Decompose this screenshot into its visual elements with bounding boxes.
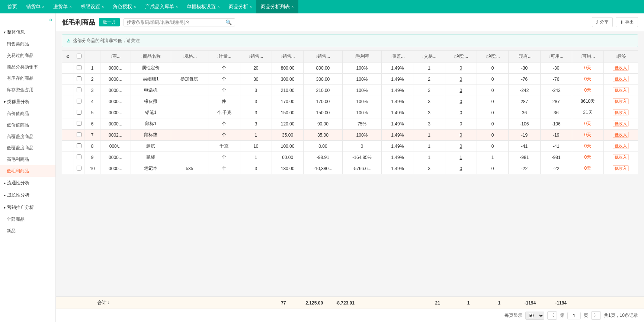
sidebar-item-category-assist[interactable]: 商品分类助销率 (0, 61, 55, 73)
footer-view1: 1 (453, 300, 484, 306)
row-check[interactable] (74, 152, 84, 163)
sidebar-item-traded-products[interactable]: 交易过的商品 (0, 50, 55, 61)
footer-trade: 21 (422, 300, 453, 306)
row-check[interactable] (74, 85, 84, 96)
row-check[interactable] (74, 74, 84, 85)
nav-purchase-order[interactable]: 进货单× (49, 0, 76, 13)
th-tag[interactable]: 标签 (604, 51, 638, 63)
sidebar-item-high-margin[interactable]: 高毛利商品 (0, 154, 55, 165)
th-sales-price[interactable]: 销售... (272, 51, 303, 63)
sidebar-item-all-products[interactable]: 全部商品 (0, 214, 55, 225)
row-available: -30 (540, 63, 572, 74)
row-view2: 1 (477, 152, 509, 163)
th-settings[interactable]: ⚙ (62, 51, 74, 63)
prev-page-button[interactable]: 〈 (547, 311, 557, 320)
sidebar-group-growth[interactable]: ▸成长性分析 (0, 189, 55, 201)
th-trade[interactable]: 交易... (413, 51, 445, 63)
row-gross-margin: 100% (342, 63, 382, 74)
row-sales-profit: 300.00 (304, 74, 342, 85)
row-view1[interactable]: 0 (445, 141, 477, 152)
row-saleable-days: 0天 (572, 63, 603, 74)
row-available: -981 (540, 152, 572, 163)
row-check[interactable] (74, 130, 84, 141)
row-view1[interactable]: 0 (445, 130, 477, 141)
row-available: -76 (540, 74, 572, 85)
next-page-button[interactable]: 〉 (591, 311, 601, 320)
th-name[interactable]: 商品名称 (131, 51, 171, 63)
sidebar-item-low-value[interactable]: 低价值商品 (0, 119, 55, 131)
row-view1[interactable]: 0 (445, 85, 477, 96)
row-check[interactable] (74, 63, 84, 74)
nav-product-warehousing[interactable]: 产成品入库单× (141, 0, 182, 13)
th-view2[interactable]: 浏览... (477, 51, 509, 63)
row-unit: 个 (208, 74, 240, 85)
row-unit: 千克 (208, 141, 240, 152)
th-saleable-days[interactable]: 可销... (572, 51, 603, 63)
nav-role-auth[interactable]: 角色授权× (108, 0, 140, 13)
period-button[interactable]: 近一月 (99, 18, 120, 26)
row-check[interactable] (74, 107, 84, 118)
nav-home[interactable]: 首页 (3, 0, 22, 13)
th-gross-margin[interactable]: 毛利率 (342, 51, 382, 63)
check-all[interactable] (77, 54, 81, 58)
th-sales-profit[interactable]: 销售... (304, 51, 342, 63)
row-sales-profit: 35.00 (304, 130, 342, 141)
per-page-select[interactable]: 50 100 200 (525, 312, 544, 320)
table-header-row: ⚙ 商... 商品名称 规格... 计量... 销售... 销售... 销售..… (62, 51, 638, 63)
nav-product-analysis-list[interactable]: 商品分析列表× (256, 0, 298, 13)
row-sales-price: 800.00 (272, 63, 303, 74)
sidebar-group-cluster[interactable]: ▾类群量分析 (0, 96, 55, 108)
th-current-stock[interactable]: 现有... (509, 51, 540, 63)
row-view1[interactable]: 0 (445, 74, 477, 85)
sidebar-item-high-coverage[interactable]: 高覆盖度商品 (0, 131, 55, 143)
sidebar-item-new-products[interactable]: 新品 (0, 225, 55, 237)
sidebar-item-stock-products[interactable]: 有库存的商品 (0, 73, 55, 84)
sidebar-item-sales-products[interactable]: 销售类商品 (0, 38, 55, 50)
nav-template-settings[interactable]: 单据模板设置× (182, 0, 224, 13)
row-view1[interactable]: 1 (445, 152, 477, 163)
sidebar-group-overall[interactable]: ▾整体信息 (0, 26, 55, 38)
page-number-input[interactable] (567, 312, 581, 319)
row-check[interactable] (74, 163, 84, 174)
export-button[interactable]: ⬇ 导出 (616, 17, 638, 27)
row-sales-profit: 150.00 (304, 107, 342, 118)
share-button[interactable]: ⤴ 分享 (592, 17, 613, 27)
sidebar-item-high-value[interactable]: 高价值商品 (0, 108, 55, 119)
sidebar-group-marketing[interactable]: ▾营销推广分析 (0, 201, 55, 214)
row-saleable-days: 8610天 (572, 96, 603, 107)
sidebar-item-low-coverage[interactable]: 低覆盖度商品 (0, 142, 55, 154)
footer-available: -1194 (545, 300, 576, 306)
row-gross-margin: 100% (342, 130, 382, 141)
row-check[interactable] (74, 118, 84, 130)
row-saleable-days: 0天 (572, 141, 603, 152)
table-row: 8 000/... 测试 千克 10 100.00 0.00 0 1.49% 1… (62, 141, 638, 152)
nav-sales-order[interactable]: 销货单× (22, 0, 49, 13)
row-view1[interactable]: 0 (445, 96, 477, 107)
row-coverage: 1.49% (382, 141, 413, 152)
sidebar-group-circulation[interactable]: ▸流通性分析 (0, 177, 55, 189)
nav-product-analysis[interactable]: 商品分析× (224, 0, 256, 13)
th-view1[interactable]: 浏览... (445, 51, 477, 63)
nav-permissions[interactable]: 权限设置× (76, 0, 108, 13)
th-spec[interactable]: 规格... (171, 51, 208, 63)
row-name: 测试 (131, 141, 171, 152)
row-check[interactable] (74, 141, 84, 152)
search-icon[interactable]: 🔍 (225, 19, 232, 25)
row-view1[interactable]: 0 (445, 118, 477, 130)
th-check[interactable] (74, 51, 84, 63)
search-input[interactable] (127, 20, 225, 25)
th-coverage[interactable]: 覆盖... (382, 51, 413, 63)
th-unit[interactable]: 计量... (208, 51, 240, 63)
th-sales-qty[interactable]: 销售... (240, 51, 272, 63)
row-view1[interactable]: 0 (445, 163, 477, 174)
per-page-label: 每页显示 (504, 312, 522, 319)
row-view1[interactable]: 0 (445, 63, 477, 74)
row-gross-margin: 75% (342, 118, 382, 130)
sidebar-item-stock-capital[interactable]: 库存资金占用 (0, 84, 55, 96)
th-available[interactable]: 可用... (540, 51, 572, 63)
sidebar-item-low-margin[interactable]: 低毛利商品 (0, 165, 55, 177)
th-code[interactable]: 商... (100, 51, 131, 63)
row-view1[interactable]: 0 (445, 107, 477, 118)
sidebar-collapse-btn[interactable]: « (0, 13, 55, 26)
row-check[interactable] (74, 96, 84, 107)
